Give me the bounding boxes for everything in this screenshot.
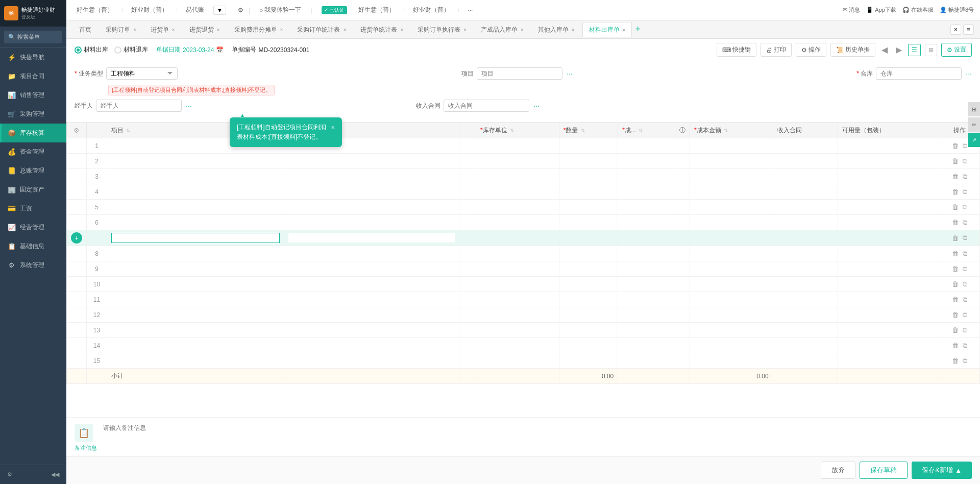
copy-row-9-button[interactable]: ⧉ bbox=[962, 264, 968, 274]
copy-row-1-button[interactable]: ⧉ bbox=[962, 141, 968, 151]
tab-close-goods-receipt[interactable]: × bbox=[172, 27, 175, 33]
delete-row-10-button[interactable]: 🗑 bbox=[951, 279, 960, 289]
tab-purchase-expense[interactable]: 采购费用分摊单 × bbox=[228, 22, 290, 37]
handler-dots-button[interactable]: ··· bbox=[186, 102, 192, 110]
delete-row-12-button[interactable]: 🗑 bbox=[951, 310, 960, 320]
breadcrumb-button[interactable]: ≡ bbox=[963, 25, 974, 35]
history-docs-button[interactable]: 📜 历史单据 bbox=[830, 43, 875, 57]
handler-input[interactable] bbox=[96, 100, 182, 112]
page-settings-button[interactable]: ⚙ 设置 bbox=[941, 43, 972, 57]
sort-unit-icon[interactable]: ⇅ bbox=[510, 128, 514, 133]
sort-cost-amount-icon[interactable]: ⇅ bbox=[724, 128, 728, 133]
delete-row-8-button[interactable]: 🗑 bbox=[951, 249, 960, 258]
tab-close-purchase-exec[interactable]: × bbox=[463, 27, 467, 33]
prev-record-button[interactable]: ◀ bbox=[879, 43, 890, 57]
delete-row-7-button[interactable]: 🗑 bbox=[951, 233, 960, 243]
search-menu-button[interactable]: 🔍 搜索菜单 bbox=[4, 31, 62, 43]
settings-gear-topbar-button[interactable]: ⚙ bbox=[238, 7, 243, 14]
operations-button[interactable]: ⚙ 操作 bbox=[796, 43, 826, 57]
topbar-nav-good-finance[interactable]: 好业财（普） bbox=[409, 4, 454, 16]
warehouse-input[interactable] bbox=[876, 67, 962, 80]
delete-row-2-button[interactable]: 🗑 bbox=[951, 156, 960, 166]
tab-close-finished-goods[interactable]: × bbox=[521, 27, 524, 33]
topbar-nav-more[interactable]: ··· bbox=[463, 5, 477, 16]
radio-material-outbound[interactable]: 材料出库 bbox=[75, 45, 108, 54]
copy-row-11-button[interactable]: ⧉ bbox=[962, 295, 968, 305]
user-avatar-button[interactable]: 👤 畅捷通8号 bbox=[940, 6, 974, 14]
settings-gear-button[interactable]: ⚙ bbox=[4, 469, 15, 480]
sidebar-item-basic-info[interactable]: 📋 基础信息 bbox=[0, 237, 66, 256]
tab-purchase-exec[interactable]: 采购订单执行表 × bbox=[411, 22, 473, 37]
save-new-button[interactable]: 保存&新增 ▲ bbox=[912, 462, 972, 479]
note-textarea[interactable] bbox=[103, 422, 972, 447]
delete-row-11-button[interactable]: 🗑 bbox=[951, 295, 960, 304]
discard-button[interactable]: 放弃 bbox=[821, 462, 855, 479]
list-view-button[interactable]: ☰ bbox=[908, 44, 921, 56]
copy-row-14-button[interactable]: ⧉ bbox=[962, 341, 968, 351]
copy-row-5-button[interactable]: ⧉ bbox=[962, 202, 968, 212]
business-type-select[interactable]: 工程领料 直接领料 bbox=[106, 67, 178, 80]
tab-close-material-outbound[interactable]: × bbox=[623, 27, 626, 33]
col-unit[interactable]: *库存单位 ⇅ bbox=[476, 123, 559, 138]
add-row-button[interactable]: + bbox=[71, 232, 82, 244]
tab-home[interactable]: 首页 bbox=[72, 22, 98, 37]
topbar-nav-good-biz[interactable]: 好生意（普） bbox=[72, 4, 117, 16]
delete-row-5-button[interactable]: 🗑 bbox=[951, 202, 960, 212]
tab-close-other-inbound[interactable]: × bbox=[572, 27, 575, 33]
delete-row-1-button[interactable]: 🗑 bbox=[951, 141, 960, 151]
save-draft-button[interactable]: 保存草稿 bbox=[860, 462, 908, 479]
app-download-button[interactable]: 📱 App下载 bbox=[866, 6, 896, 14]
col-quantity[interactable]: *数量 ⇅ bbox=[559, 123, 618, 138]
next-record-button[interactable]: ▶ bbox=[894, 43, 904, 57]
sort-cost-price-icon[interactable]: ⇅ bbox=[639, 128, 643, 133]
income-contract-input[interactable] bbox=[444, 100, 529, 112]
tab-close-purchase-order[interactable]: × bbox=[133, 27, 136, 33]
sidebar-item-inventory[interactable]: 📦 库存核算 bbox=[0, 124, 66, 142]
close-tab-button[interactable]: × bbox=[950, 25, 961, 35]
delete-row-14-button[interactable]: 🗑 bbox=[951, 341, 960, 350]
income-contract-dots-button[interactable]: ··· bbox=[533, 102, 540, 110]
tab-other-inbound[interactable]: 其他入库单 × bbox=[531, 22, 581, 37]
print-button[interactable]: 🖨 打印 bbox=[761, 43, 792, 57]
tab-close-goods-stats[interactable]: × bbox=[400, 27, 403, 33]
sidebar-item-quick-nav[interactable]: ⚡ 快捷导航 bbox=[0, 48, 66, 67]
copy-row-10-button[interactable]: ⧉ bbox=[962, 279, 968, 289]
right-tool-3-button[interactable]: ↗ bbox=[968, 133, 980, 147]
sidebar-item-operations[interactable]: 📈 经营管理 bbox=[0, 218, 66, 237]
sidebar-item-ledger[interactable]: 📒 总账管理 bbox=[0, 161, 66, 180]
tab-goods-receipt[interactable]: 进货单 × bbox=[144, 22, 182, 37]
tab-close-purchase-stats[interactable]: × bbox=[343, 27, 346, 33]
sidebar-item-purchase[interactable]: 🛒 采购管理 bbox=[0, 105, 66, 124]
sort-quantity-icon[interactable]: ⇅ bbox=[581, 128, 585, 133]
sidebar-item-assets[interactable]: 🏢 固定资产 bbox=[0, 180, 66, 199]
collapse-sidebar-button[interactable]: ◀◀ bbox=[48, 469, 62, 480]
warehouse-dots-button[interactable]: ··· bbox=[966, 69, 972, 78]
online-support-button[interactable]: 🎧 在线客服 bbox=[902, 6, 934, 14]
col-settings[interactable]: ⚙ bbox=[67, 123, 87, 138]
col-cost-amount[interactable]: *成本金额 ⇅ bbox=[690, 123, 773, 138]
copy-row-6-button[interactable]: ⧉ bbox=[962, 217, 968, 228]
row-7-col1-input[interactable] bbox=[111, 233, 280, 243]
sidebar-item-salary[interactable]: 💳 工资 bbox=[0, 199, 66, 218]
copy-row-8-button[interactable]: ⧉ bbox=[962, 249, 968, 259]
topbar-nav-good-biz3[interactable]: 好生意（普） bbox=[354, 4, 399, 16]
topbar-nav-easy-accounts[interactable]: 易代账 bbox=[182, 4, 208, 16]
tab-purchase-stats[interactable]: 采购订单统计表 × bbox=[290, 22, 353, 37]
tab-close-purchase-expense[interactable]: × bbox=[280, 27, 283, 33]
tab-material-outbound[interactable]: 材料出库单 × bbox=[582, 22, 632, 37]
delete-row-15-button[interactable]: 🗑 bbox=[951, 356, 960, 366]
right-tool-2-button[interactable]: ✏ bbox=[968, 117, 980, 132]
right-tool-1-button[interactable]: ⊞ bbox=[968, 102, 980, 116]
delete-row-13-button[interactable]: 🗑 bbox=[951, 325, 960, 335]
sidebar-item-system[interactable]: ⚙ 系统管理 bbox=[0, 256, 66, 275]
nav-dropdown-button[interactable]: ▼ bbox=[213, 6, 226, 15]
copy-row-13-button[interactable]: ⧉ bbox=[962, 325, 968, 335]
sort-project-icon[interactable]: ⇅ bbox=[126, 128, 130, 133]
message-button[interactable]: ✉ 消息 bbox=[843, 6, 860, 14]
tab-goods-return[interactable]: 进货退货 × bbox=[183, 22, 227, 37]
tab-finished-goods[interactable]: 产成品入库单 × bbox=[474, 22, 530, 37]
tab-close-goods-return[interactable]: × bbox=[217, 27, 220, 33]
copy-row-7-button[interactable]: ⧉ bbox=[962, 233, 968, 243]
topbar-nav-good-biz2[interactable]: 好业财（普） bbox=[127, 4, 172, 16]
project-dots-button[interactable]: ··· bbox=[567, 69, 573, 78]
